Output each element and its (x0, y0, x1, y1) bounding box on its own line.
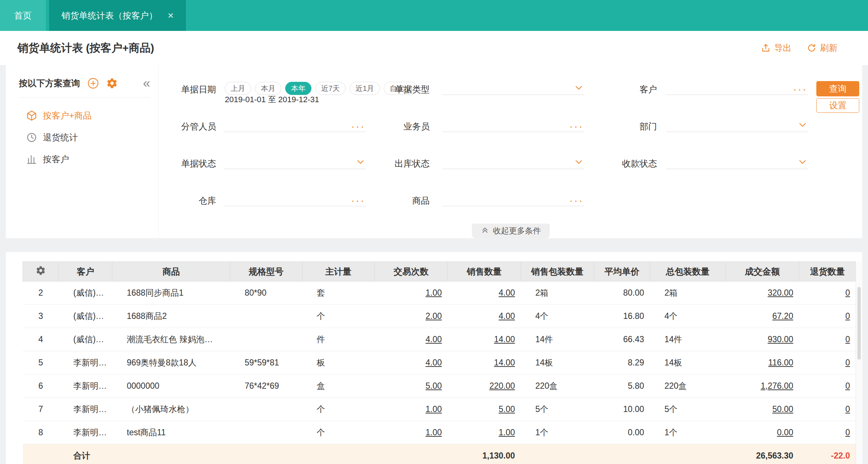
sidebar-item-customer-product[interactable]: 按客户+商品 (6, 105, 158, 127)
filter-panel: 按以下方案查询 « 按客户+商品 退货统计 (6, 65, 862, 238)
cell[interactable]: 1.00 (375, 398, 448, 421)
cell[interactable]: 14.00 (448, 328, 521, 351)
collapse-more-label: 收起更多条件 (493, 225, 541, 236)
cell[interactable]: 4.00 (448, 281, 521, 305)
cell: 16.80 (594, 305, 650, 328)
doc-type-select[interactable] (442, 78, 584, 95)
cell[interactable]: 0 (799, 421, 856, 444)
row-number: 5 (23, 351, 59, 375)
collapse-more-conditions[interactable]: 收起更多条件 (472, 224, 550, 238)
row-number: 7 (23, 398, 59, 421)
footer-cell (230, 444, 302, 464)
payment-status-label: 收款状态 (599, 158, 657, 169)
cell[interactable]: 1.00 (375, 281, 448, 305)
col-header-total-pkg-qty: 总包装数量 (650, 262, 726, 281)
tab-active-label: 销货单统计表（按客户） (61, 10, 158, 21)
date-range-pill[interactable]: 本年 (285, 82, 311, 95)
sidebar-item-returns[interactable]: 退货统计 (6, 127, 158, 148)
tab-home[interactable]: 首页 (0, 0, 46, 31)
footer-cell: 26,563.30 (726, 444, 799, 464)
col-header-product: 商品 (112, 262, 230, 281)
vertical-scrollbar[interactable] (856, 261, 862, 464)
column-settings-gear-icon[interactable] (23, 262, 59, 281)
refresh-button[interactable]: 刷新 (807, 42, 837, 54)
cell: 李新明… (59, 398, 112, 421)
export-label: 导出 (774, 42, 792, 54)
cell[interactable]: 0 (799, 328, 856, 351)
col-header-spec: 规格型号 (230, 262, 302, 281)
cell[interactable]: 4.00 (375, 351, 448, 375)
cell[interactable]: 14.00 (448, 351, 521, 375)
customer-picker[interactable]: ··· (666, 78, 808, 95)
sidebar-item-by-customer[interactable]: 按客户 (6, 148, 158, 170)
cell[interactable]: 67.20 (726, 305, 799, 328)
outbound-status-label: 出库状态 (371, 158, 430, 169)
cell[interactable]: 0 (799, 398, 856, 421)
cell[interactable]: 50.00 (726, 398, 799, 421)
cell (230, 398, 302, 421)
footer-cell (23, 444, 59, 464)
sidebar-item-label: 按客户+商品 (43, 110, 92, 121)
cell[interactable]: 930.00 (726, 328, 799, 351)
footer-cell (650, 444, 726, 464)
cell[interactable]: 5.00 (375, 375, 448, 398)
settings-button[interactable]: 设置 (816, 98, 859, 113)
clock-icon (26, 132, 37, 143)
date-range-pill[interactable]: 近7天 (315, 82, 346, 95)
doc-status-select[interactable] (224, 152, 366, 169)
cell[interactable]: 0.00 (726, 421, 799, 444)
cell: 220盒 (521, 375, 594, 398)
chevron-down-icon (574, 83, 584, 92)
add-scheme-icon[interactable] (87, 77, 99, 89)
cell[interactable]: 0 (799, 351, 856, 375)
warehouse-label: 仓库 (159, 195, 216, 207)
chevron-down-icon (574, 157, 584, 167)
cell[interactable]: 1,276.00 (726, 375, 799, 398)
cell[interactable]: 1.00 (375, 421, 448, 444)
cell[interactable]: 0 (799, 305, 856, 328)
cell[interactable]: 220.00 (448, 375, 521, 398)
close-icon[interactable]: × (168, 11, 174, 21)
product-picker[interactable]: ··· (442, 189, 584, 206)
scrollbar-thumb[interactable] (857, 287, 861, 360)
scheme-settings-gear-icon[interactable] (106, 77, 118, 89)
cell[interactable]: 0 (799, 281, 856, 305)
warehouse-picker[interactable]: ··· (224, 189, 366, 206)
date-range-pill[interactable]: 本月 (255, 82, 281, 95)
cell (230, 305, 302, 328)
cell: 10.00 (594, 398, 650, 421)
table-row: 8李新明…test商品11个1.001.001个0.001个0.000 (23, 421, 856, 444)
cell[interactable]: 0 (799, 375, 856, 398)
cell: 5个 (521, 398, 594, 421)
manager-picker[interactable]: ··· (224, 115, 366, 132)
date-range-pill[interactable]: 上月 (225, 82, 251, 95)
query-button[interactable]: 查询 (816, 81, 859, 96)
collapse-sidebar-icon[interactable]: « (143, 78, 150, 89)
footer-cell (302, 444, 375, 464)
payment-status-select[interactable] (666, 152, 808, 169)
cell[interactable]: 4.00 (375, 328, 448, 351)
cell[interactable]: 2.00 (375, 305, 448, 328)
cell: 4个 (521, 305, 594, 328)
tab-sales-statistics[interactable]: 销货单统计表（按客户） × (49, 0, 186, 31)
salesman-picker[interactable]: ··· (442, 115, 584, 132)
export-button[interactable]: 导出 (761, 42, 792, 54)
footer-cell: -22.0 (799, 444, 856, 464)
page-header: 销货单统计表 (按客户+商品) 导出 刷新 (0, 31, 868, 65)
cell[interactable]: 5.00 (448, 398, 521, 421)
cell: 李新明… (59, 351, 112, 375)
outbound-status-select[interactable] (442, 152, 584, 169)
cell: 李新明… (59, 421, 112, 444)
cell: 80*90 (230, 281, 302, 305)
cell[interactable]: 320.00 (726, 281, 799, 305)
cell[interactable]: 4.00 (448, 305, 521, 328)
date-range-value[interactable]: 2019-01-01 至 2019-12-31 (225, 94, 319, 105)
cell: 4个 (650, 305, 726, 328)
cell: 0000000 (112, 375, 230, 398)
department-select[interactable] (666, 115, 808, 132)
cell: 5个 (650, 398, 726, 421)
cell[interactable]: 1.00 (448, 421, 521, 444)
page-title: 销货单统计表 (按客户+商品) (17, 41, 154, 56)
cell[interactable]: 116.00 (726, 351, 799, 375)
refresh-label: 刷新 (820, 42, 837, 54)
